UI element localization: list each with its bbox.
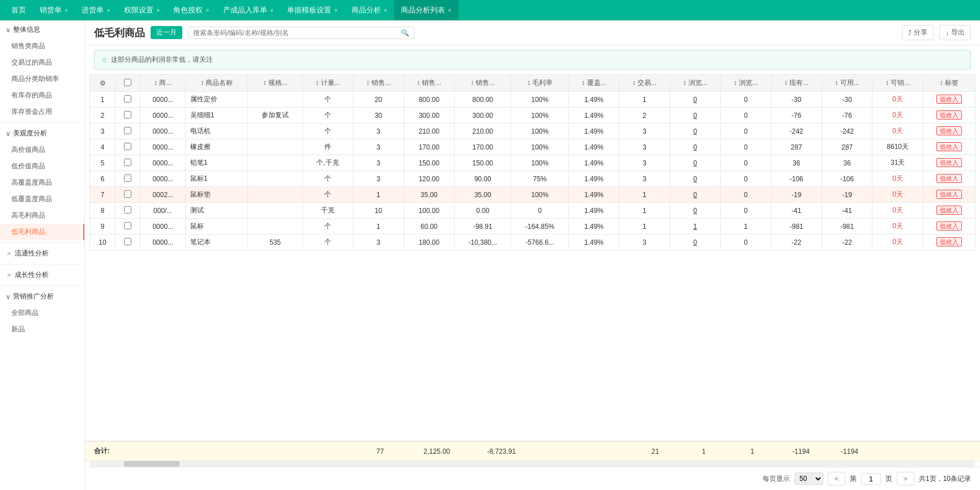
sidebar-item-high-value[interactable]: 高价值商品 — [0, 142, 84, 158]
th-code[interactable]: ↕ 商... — [140, 75, 186, 92]
row-checkbox[interactable] — [115, 123, 140, 139]
row-browse1[interactable]: 0 — [670, 235, 720, 250]
sidebar-item-high-coverage[interactable]: 高覆盖度商品 — [0, 174, 84, 191]
row-tag: 低收入 — [923, 203, 975, 219]
row-checkbox[interactable] — [115, 187, 140, 203]
sidebar-item-traded-products[interactable]: 交易过的商品 — [0, 54, 84, 71]
row-checkbox[interactable] — [115, 219, 140, 235]
th-gross-rate[interactable]: ↕ 毛利率 — [511, 75, 568, 92]
row-browse1[interactable]: 0 — [670, 203, 720, 219]
row-spec: 535 — [248, 235, 302, 250]
row-browse1[interactable]: 0 — [670, 123, 720, 139]
th-tag[interactable]: ↕ 标签 — [923, 75, 975, 92]
date-filter-button[interactable]: 近一月 — [151, 26, 182, 39]
row-select-checkbox[interactable] — [124, 95, 131, 103]
th-current[interactable]: ↕ 现有... — [771, 75, 821, 92]
row-checkbox[interactable] — [115, 171, 140, 187]
th-saleable[interactable]: ↕ 可销... — [872, 75, 923, 92]
th-browse1[interactable]: ↕ 浏览... — [670, 75, 720, 92]
close-template-settings-icon[interactable]: × — [334, 7, 337, 14]
sidebar-item-all-products[interactable]: 全部商品 — [0, 305, 84, 321]
th-checkbox[interactable] — [115, 75, 140, 92]
sidebar-group-growth[interactable]: ＞ 成长性分析 — [0, 267, 84, 283]
nav-product-analysis-list[interactable]: 商品分析列表 × — [394, 0, 458, 20]
sidebar-item-low-value[interactable]: 低价值商品 — [0, 158, 84, 174]
sidebar-group-aesthetics[interactable]: ∨ 美观度分析 — [0, 125, 84, 142]
select-all-checkbox[interactable] — [124, 79, 131, 86]
row-browse1[interactable]: 1 — [670, 219, 720, 235]
th-sales-profit[interactable]: ↕ 销售... — [455, 75, 511, 92]
row-select-checkbox[interactable] — [124, 174, 131, 182]
sidebar-item-high-profit[interactable]: 高毛利商品 — [0, 207, 84, 224]
sidebar-item-low-coverage[interactable]: 低覆盖度商品 — [0, 191, 84, 207]
row-browse1[interactable]: 0 — [670, 171, 720, 187]
sidebar-item-sales-products[interactable]: 销售类商品 — [0, 38, 84, 54]
nav-permissions[interactable]: 权限设置 × — [117, 0, 166, 20]
th-coverage[interactable]: ↕ 覆盖... — [568, 75, 619, 92]
scroll-thumb[interactable] — [123, 461, 180, 467]
close-purchase-order-icon[interactable]: × — [106, 7, 110, 14]
row-checkbox[interactable] — [115, 235, 140, 250]
th-name[interactable]: ↕ 商品名称 — [186, 75, 248, 92]
th-browse2[interactable]: ↕ 浏览... — [721, 75, 771, 92]
close-product-entry-icon[interactable]: × — [270, 7, 273, 14]
prev-page-button[interactable]: ＜ — [828, 472, 845, 485]
th-spec[interactable]: ↕ 规格... — [248, 75, 302, 92]
th-sales-qty[interactable]: ↕ 销售... — [353, 75, 404, 92]
sidebar-item-category-rate[interactable]: 商品分类助销率 — [0, 71, 84, 87]
sidebar-group-circulation[interactable]: ＞ 流通性分析 — [0, 245, 84, 262]
row-select-checkbox[interactable] — [124, 127, 131, 134]
th-unit[interactable]: ↕ 计量... — [302, 75, 353, 92]
th-available[interactable]: ↕ 可用... — [822, 75, 872, 92]
sidebar-group-marketing[interactable]: ∨ 营销推广分析 — [0, 288, 84, 305]
table-container[interactable]: ⚙ ↕ 商... ↕ 商品名称 ↕ 规格... ↕ 计量... ↕ 销售... … — [85, 74, 980, 441]
close-permissions-icon[interactable]: × — [156, 7, 160, 14]
th-transaction[interactable]: ↕ 交易... — [619, 75, 670, 92]
close-product-analysis-icon[interactable]: × — [384, 7, 387, 14]
search-input[interactable] — [193, 29, 399, 37]
nav-product-analysis[interactable]: 商品分析 × — [345, 0, 394, 20]
row-browse1[interactable]: 0 — [670, 139, 720, 155]
row-available: -41 — [822, 203, 872, 219]
export-button[interactable]: ↓ 导出 — [939, 25, 971, 40]
page-title: 低毛利商品 — [94, 26, 145, 40]
row-select-checkbox[interactable] — [124, 159, 131, 166]
share-button[interactable]: ⤴ 分享 — [902, 25, 934, 40]
row-select-checkbox[interactable] — [124, 111, 131, 118]
horizontal-scrollbar[interactable] — [89, 461, 975, 467]
nav-purchase-order[interactable]: 进货单 × — [75, 0, 117, 20]
row-browse1[interactable]: 0 — [670, 187, 720, 203]
row-select-checkbox[interactable] — [124, 238, 131, 245]
sidebar-item-stock-products[interactable]: 有库存的商品 — [0, 87, 84, 104]
row-index: 9 — [90, 219, 115, 235]
next-page-button[interactable]: ＞ — [897, 472, 914, 485]
row-checkbox[interactable] — [115, 155, 140, 171]
row-browse1[interactable]: 0 — [670, 108, 720, 123]
nav-role-auth[interactable]: 角色授权 × — [166, 0, 216, 20]
row-select-checkbox[interactable] — [124, 190, 131, 198]
row-checkbox[interactable] — [115, 139, 140, 155]
row-checkbox[interactable] — [115, 108, 140, 123]
th-settings[interactable]: ⚙ — [90, 75, 115, 92]
sidebar-item-new-products[interactable]: 新品 — [0, 321, 84, 338]
row-browse1[interactable]: 0 — [670, 92, 720, 108]
close-role-auth-icon[interactable]: × — [206, 7, 209, 14]
sidebar-item-stock-funds[interactable]: 库存资金占用 — [0, 104, 84, 120]
row-checkbox[interactable] — [115, 92, 140, 108]
sidebar-item-low-profit[interactable]: 低毛利商品 — [0, 224, 84, 240]
nav-product-entry[interactable]: 产成品入库单 × — [216, 0, 280, 20]
nav-home[interactable]: 首页 — [5, 0, 33, 20]
row-checkbox[interactable] — [115, 203, 140, 219]
page-number-input[interactable] — [861, 473, 881, 485]
row-browse1[interactable]: 0 — [670, 155, 720, 171]
nav-template-settings[interactable]: 单据模板设置 × — [280, 0, 344, 20]
sidebar-group-general[interactable]: ∨ 整体信息 — [0, 22, 84, 38]
row-select-checkbox[interactable] — [124, 143, 131, 150]
page-size-select[interactable]: 50 100 200 — [794, 472, 823, 485]
close-sales-order-icon[interactable]: × — [65, 7, 68, 14]
close-product-analysis-list-icon[interactable]: × — [448, 7, 451, 14]
nav-sales-order[interactable]: 销货单 × — [33, 0, 75, 20]
row-select-checkbox[interactable] — [124, 222, 131, 229]
row-select-checkbox[interactable] — [124, 206, 131, 214]
th-sales-price[interactable]: ↕ 销售... — [404, 75, 454, 92]
